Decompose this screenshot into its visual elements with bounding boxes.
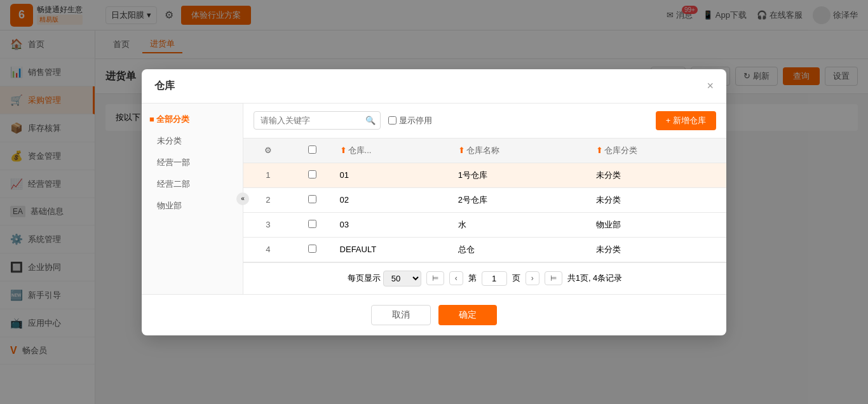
table-header-row: ⚙ ⬆仓库... ⬆仓库名称 xyxy=(243,138,726,163)
row-check[interactable] xyxy=(293,237,332,262)
page-last-button[interactable]: ⊨ xyxy=(545,271,562,285)
row-checkbox[interactable] xyxy=(308,245,316,253)
table-row[interactable]: 4 DEFAULT 总仓 未分类 xyxy=(243,237,726,262)
col-header-code[interactable]: ⬆仓库... xyxy=(332,138,451,163)
sort-icon-category: ⬆ xyxy=(596,145,603,155)
warehouse-modal: 仓库 × ■ 全部分类 « 未分类 经营一部 经营二部 物业部 xyxy=(142,69,726,335)
col-header-category[interactable]: ⬆仓库分类 xyxy=(588,138,726,163)
row-check[interactable] xyxy=(293,163,332,187)
modal-overlay[interactable]: 仓库 × ■ 全部分类 « 未分类 经营一部 经营二部 物业部 xyxy=(0,0,868,404)
category-item-ops1[interactable]: 经营一部 xyxy=(142,152,243,173)
collapse-button[interactable]: « xyxy=(236,192,249,205)
row-checkbox[interactable] xyxy=(308,170,316,178)
warehouse-table: ⚙ ⬆仓库... ⬆仓库名称 xyxy=(243,138,726,262)
row-category: 未分类 xyxy=(588,163,726,187)
modal-footer: 取消 确定 xyxy=(142,294,726,335)
table-row[interactable]: 1 01 1号仓库 未分类 xyxy=(243,163,726,187)
content-panel: 🔍 显示停用 + 新增仓库 ⚙ xyxy=(243,104,726,294)
search-input[interactable] xyxy=(254,111,381,130)
page-number-input[interactable] xyxy=(482,271,507,286)
category-item-property[interactable]: 物业部 xyxy=(142,195,243,217)
row-category: 未分类 xyxy=(588,237,726,262)
per-page-select[interactable]: 50 100 xyxy=(383,271,421,286)
all-category-label: ■ 全部分类 xyxy=(149,114,189,125)
search-area: 🔍 显示停用 xyxy=(254,111,432,130)
sort-icon-code: ⬆ xyxy=(340,145,347,155)
category-panel: ■ 全部分类 « 未分类 经营一部 经营二部 物业部 xyxy=(142,104,243,294)
category-item-unclassified[interactable]: 未分类 xyxy=(142,130,243,152)
row-checkbox[interactable] xyxy=(308,220,316,228)
row-category: 未分类 xyxy=(588,187,726,212)
page-size-select: 每页显示 50 100 xyxy=(348,271,421,286)
row-check[interactable] xyxy=(293,212,332,237)
row-code: 03 xyxy=(332,212,451,237)
row-name: 总仓 xyxy=(451,237,588,262)
sort-icon-name: ⬆ xyxy=(458,145,465,155)
page-next-button[interactable]: › xyxy=(526,271,539,285)
search-input-wrap: 🔍 xyxy=(254,111,381,130)
category-all-header[interactable]: ■ 全部分类 xyxy=(142,109,243,130)
modal-body: ■ 全部分类 « 未分类 经营一部 经营二部 物业部 🔍 xyxy=(142,104,726,294)
warehouse-table-wrap: ⚙ ⬆仓库... ⬆仓库名称 xyxy=(243,138,726,262)
page-total-info: 共1页, 4条记录 xyxy=(567,273,623,284)
row-code: 01 xyxy=(332,163,451,187)
row-code: 02 xyxy=(332,187,451,212)
row-name: 水 xyxy=(451,212,588,237)
search-icon[interactable]: 🔍 xyxy=(365,116,376,125)
row-category: 物业部 xyxy=(588,212,726,237)
show-disabled-checkbox[interactable] xyxy=(388,116,397,125)
pagination: 每页显示 50 100 ⊨ ‹ 第 页 › ⊨ 共1页, 4条记录 xyxy=(243,262,726,294)
row-checkbox[interactable] xyxy=(308,195,316,203)
table-row[interactable]: 2 02 2号仓库 未分类 xyxy=(243,187,726,212)
row-name: 1号仓库 xyxy=(451,163,588,187)
col-header-check xyxy=(293,138,332,163)
row-name: 2号仓库 xyxy=(451,187,588,212)
modal-header: 仓库 × xyxy=(142,69,726,104)
table-row[interactable]: 3 03 水 物业部 xyxy=(243,212,726,237)
page-label: 第 xyxy=(468,273,477,284)
per-page-label: 每页显示 xyxy=(348,273,381,284)
page-suffix-label: 页 xyxy=(512,273,520,284)
col-header-settings: ⚙ xyxy=(243,138,293,163)
cancel-button[interactable]: 取消 xyxy=(371,305,431,325)
row-num: 3 xyxy=(243,212,293,237)
show-disabled-text: 显示停用 xyxy=(399,115,432,126)
row-num: 2 xyxy=(243,187,293,212)
row-code: DEFAULT xyxy=(332,237,451,262)
content-toolbar: 🔍 显示停用 + 新增仓库 xyxy=(243,104,726,138)
page-first-button[interactable]: ⊨ xyxy=(426,271,444,285)
modal-title: 仓库 xyxy=(154,79,175,93)
modal-close-button[interactable]: × xyxy=(707,79,714,93)
row-num: 4 xyxy=(243,237,293,262)
confirm-button[interactable]: 确定 xyxy=(438,305,497,325)
page-prev-button[interactable]: ‹ xyxy=(449,271,463,285)
row-num: 1 xyxy=(243,163,293,187)
category-item-ops2[interactable]: 经营二部 xyxy=(142,173,243,195)
col-header-name[interactable]: ⬆仓库名称 xyxy=(451,138,588,163)
row-check[interactable] xyxy=(293,187,332,212)
show-disabled-label[interactable]: 显示停用 xyxy=(388,115,432,126)
select-all-checkbox[interactable] xyxy=(308,145,316,154)
add-warehouse-button[interactable]: + 新增仓库 xyxy=(656,111,716,130)
